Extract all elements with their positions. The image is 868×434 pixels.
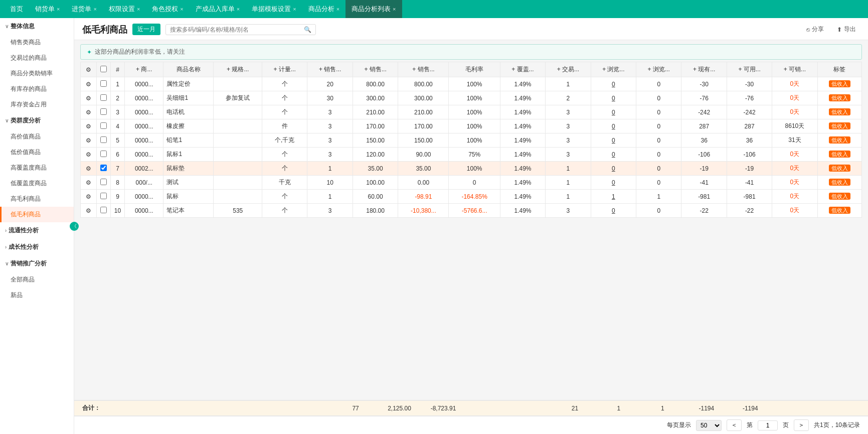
- row-checkbox[interactable]: [100, 179, 107, 185]
- page-number-input[interactable]: [758, 420, 778, 430]
- close-icon[interactable]: ×: [393, 6, 396, 12]
- sidebar-item-low-margin[interactable]: 低毛利商品: [0, 207, 74, 222]
- nav-home[interactable]: 首页: [4, 0, 29, 18]
- settings-icon[interactable]: ⚙: [86, 109, 91, 116]
- settings-icon[interactable]: ⚙: [86, 193, 91, 200]
- share-button[interactable]: ⎋ 分享: [802, 23, 828, 36]
- sidebar-item-stock-products[interactable]: 有库存的商品: [0, 81, 74, 97]
- per-page-select[interactable]: 50 20 100 200: [696, 420, 722, 431]
- nav-product-analysis[interactable]: 商品分析 ×: [302, 0, 345, 18]
- search-icon[interactable]: 🔍: [304, 26, 311, 33]
- close-icon[interactable]: ×: [293, 6, 296, 12]
- nav-sales-order[interactable]: 销货单 ×: [29, 0, 66, 18]
- next-page-button[interactable]: ＞: [794, 419, 809, 431]
- col-code[interactable]: + 商...: [125, 62, 163, 77]
- sidebar-item-sales-products[interactable]: 销售类商品: [0, 35, 74, 50]
- settings-cell[interactable]: ⚙: [81, 176, 97, 190]
- settings-cell[interactable]: ⚙: [81, 91, 97, 105]
- close-icon[interactable]: ×: [180, 6, 183, 12]
- nav-role-auth[interactable]: 角色授权 ×: [146, 0, 189, 18]
- settings-cell[interactable]: ⚙: [81, 148, 97, 162]
- settings-icon[interactable]: ⚙: [86, 179, 91, 186]
- col-salable[interactable]: + 可销...: [772, 62, 817, 77]
- settings-cell[interactable]: ⚙: [81, 105, 97, 119]
- nav-permission-settings[interactable]: 权限设置 ×: [103, 0, 146, 18]
- col-sales-profit[interactable]: + 销售...: [398, 62, 449, 77]
- search-input[interactable]: [170, 26, 302, 33]
- col-name[interactable]: 商品名称: [163, 62, 214, 77]
- settings-icon[interactable]: ⚙: [86, 207, 91, 214]
- row-checkbox[interactable]: [100, 193, 107, 199]
- close-icon[interactable]: ×: [93, 6, 96, 12]
- row-checkbox[interactable]: [100, 122, 107, 129]
- settings-cell[interactable]: ⚙: [81, 77, 97, 91]
- col-browse1[interactable]: + 浏览...: [591, 62, 636, 77]
- select-all-checkbox[interactable]: [100, 66, 107, 72]
- settings-cell[interactable]: ⚙: [81, 204, 97, 218]
- sidebar-collapse-button[interactable]: 《: [70, 222, 79, 231]
- settings-icon[interactable]: ⚙: [86, 123, 91, 130]
- settings-icon[interactable]: ⚙: [86, 95, 91, 102]
- checkbox-cell[interactable]: [97, 162, 111, 176]
- export-button[interactable]: ⬆ 导出: [833, 23, 860, 36]
- sidebar-item-low-coverage[interactable]: 低覆盖度商品: [0, 176, 74, 191]
- settings-cell[interactable]: ⚙: [81, 133, 97, 148]
- sidebar-item-stock-capital[interactable]: 库存资金占用: [0, 97, 74, 112]
- sidebar-item-high-value[interactable]: 高价值商品: [0, 129, 74, 144]
- sidebar-item-high-margin[interactable]: 高毛利商品: [0, 191, 74, 207]
- col-current[interactable]: + 现有...: [681, 62, 727, 77]
- nav-product-analysis-list[interactable]: 商品分析列表 ×: [345, 0, 402, 18]
- row-checkbox[interactable]: [100, 80, 107, 87]
- sidebar-item-traded-products[interactable]: 交易过的商品: [0, 50, 74, 66]
- checkbox-cell[interactable]: [97, 190, 111, 204]
- sidebar-item-low-value[interactable]: 低价值商品: [0, 144, 74, 160]
- sidebar-item-new-products[interactable]: 新品: [0, 287, 74, 303]
- col-gross-margin[interactable]: 毛利率: [449, 62, 500, 77]
- settings-cell[interactable]: ⚙: [81, 162, 97, 176]
- nav-product-warehouse[interactable]: 产成品入库单 ×: [190, 0, 246, 18]
- settings-icon[interactable]: ⚙: [86, 81, 91, 88]
- date-filter-button[interactable]: 近一月: [132, 24, 160, 35]
- col-sales-qty[interactable]: + 销售...: [307, 62, 353, 77]
- close-icon[interactable]: ×: [137, 6, 140, 12]
- close-icon[interactable]: ×: [336, 6, 339, 12]
- checkbox-cell[interactable]: [97, 105, 111, 119]
- prev-page-button[interactable]: ＜: [727, 419, 742, 431]
- sidebar-group-circulation[interactable]: › 流通性分析: [0, 222, 74, 239]
- col-unit[interactable]: + 计量...: [262, 62, 307, 77]
- col-transaction[interactable]: + 交易...: [546, 62, 591, 77]
- sidebar-group-overall[interactable]: ∨ 整体信息: [0, 18, 74, 35]
- row-checkbox[interactable]: [100, 207, 107, 213]
- nav-purchase-order[interactable]: 进货单 ×: [66, 0, 102, 18]
- sidebar-item-high-coverage[interactable]: 高覆盖度商品: [0, 160, 74, 176]
- checkbox-cell[interactable]: [97, 133, 111, 148]
- settings-cell[interactable]: ⚙: [81, 190, 97, 204]
- checkbox-cell[interactable]: [97, 148, 111, 162]
- row-checkbox[interactable]: [100, 151, 107, 157]
- checkbox-cell[interactable]: [97, 91, 111, 105]
- col-coverage[interactable]: + 覆盖...: [500, 62, 545, 77]
- row-checkbox[interactable]: [100, 94, 107, 101]
- settings-icon[interactable]: ⚙: [86, 137, 91, 144]
- close-icon[interactable]: ×: [237, 6, 240, 12]
- col-checkbox[interactable]: [97, 62, 111, 77]
- sidebar-item-category-sales-rate[interactable]: 商品分类助销率: [0, 66, 74, 81]
- row-checkbox[interactable]: [100, 108, 107, 115]
- nav-template-settings[interactable]: 单据模板设置 ×: [246, 0, 302, 18]
- checkbox-cell[interactable]: [97, 176, 111, 190]
- col-sales-amount[interactable]: + 销售...: [353, 62, 398, 77]
- checkbox-cell[interactable]: [97, 204, 111, 218]
- col-browse2[interactable]: + 浏览...: [636, 62, 681, 77]
- col-available[interactable]: + 可用...: [727, 62, 772, 77]
- checkbox-cell[interactable]: [97, 119, 111, 133]
- settings-cell[interactable]: ⚙: [81, 119, 97, 133]
- row-checkbox[interactable]: [100, 136, 107, 143]
- sidebar-item-all-products[interactable]: 全部商品: [0, 272, 74, 287]
- settings-icon[interactable]: ⚙: [86, 151, 91, 158]
- row-checkbox[interactable]: [100, 165, 107, 171]
- sidebar-group-cluster[interactable]: ∨ 类群度分析: [0, 112, 74, 129]
- close-icon[interactable]: ×: [57, 6, 60, 12]
- col-spec[interactable]: + 规格...: [214, 62, 262, 77]
- col-settings[interactable]: ⚙: [81, 62, 97, 77]
- sidebar-group-growth[interactable]: › 成长性分析: [0, 239, 74, 255]
